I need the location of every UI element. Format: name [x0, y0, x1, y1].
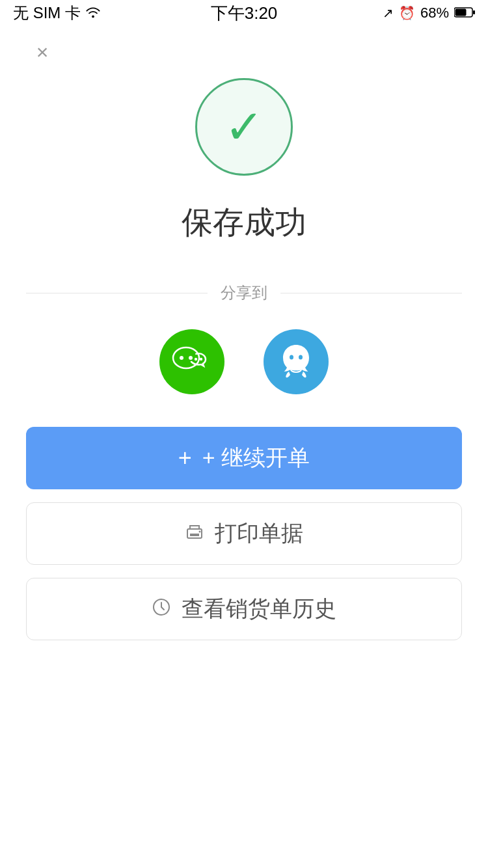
svg-rect-1 [455, 9, 467, 16]
svg-point-12 [199, 530, 201, 532]
battery-percent: 68% [420, 5, 449, 21]
print-icon [185, 522, 204, 545]
success-indicator: ✓ [195, 78, 293, 176]
continue-button[interactable]: + + 继续开单 [26, 427, 462, 489]
action-buttons: + + 继续开单 打印单据 查看销货单历 [0, 427, 488, 640]
divider-right [280, 293, 462, 293]
status-time: 下午3:20 [211, 2, 278, 25]
svg-point-4 [180, 356, 183, 360]
svg-point-7 [200, 358, 202, 360]
svg-point-5 [189, 356, 193, 360]
share-section: 分享到 [0, 282, 488, 394]
wechat-icon [172, 345, 212, 379]
wechat-share-button[interactable] [159, 329, 224, 394]
share-label: 分享到 [221, 282, 267, 303]
checkmark-icon: ✓ [224, 103, 264, 150]
share-icons-row [26, 329, 462, 394]
wifi-icon [86, 4, 100, 22]
svg-point-3 [173, 347, 199, 368]
share-divider: 分享到 [26, 282, 462, 303]
svg-point-6 [195, 358, 197, 360]
svg-point-8 [290, 355, 293, 360]
print-label: 打印单据 [215, 519, 303, 549]
history-label: 查看销货单历史 [182, 594, 336, 624]
divider-left [26, 293, 208, 293]
qq-icon [278, 342, 314, 381]
continue-label: + 继续开单 [202, 443, 310, 473]
svg-rect-2 [473, 10, 475, 14]
battery-icon [454, 5, 475, 21]
status-indicators: ↗ ⏰ 68% [383, 5, 475, 21]
qq-share-button[interactable] [264, 329, 329, 394]
print-button[interactable]: 打印单据 [26, 502, 462, 565]
status-bar: 无 SIM 卡 下午3:20 ↗ ⏰ 68% [0, 0, 488, 26]
success-title: 保存成功 [182, 202, 306, 243]
plus-icon: + [178, 444, 192, 472]
history-icon [152, 597, 171, 621]
close-button[interactable]: × [26, 36, 59, 68]
alarm-icon: ⏰ [399, 5, 415, 21]
location-icon: ↗ [383, 5, 394, 21]
svg-rect-11 [190, 534, 199, 536]
svg-point-9 [299, 355, 303, 360]
history-button[interactable]: 查看销货单历史 [26, 578, 462, 640]
main-content: ✓ 保存成功 分享到 [0, 26, 488, 640]
close-icon: × [36, 42, 49, 62]
status-carrier: 无 SIM 卡 [13, 3, 100, 23]
